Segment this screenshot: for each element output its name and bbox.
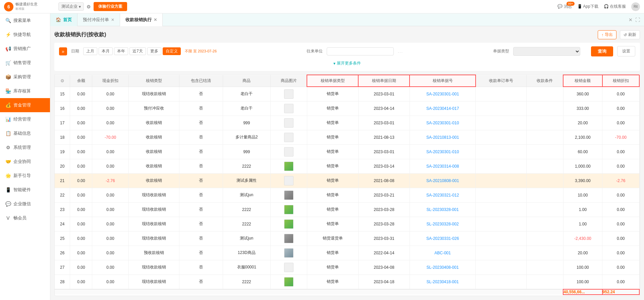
page-header: 收款核销执行(按收款) ↑ 导出 ↺ 刷新 — [54, 30, 640, 39]
app-label: App下载 — [583, 4, 598, 9]
notification-bell[interactable]: 💬 消息 99+ — [557, 4, 572, 9]
close-window-icon[interactable]: ✕ — [629, 17, 633, 23]
date-btn-custom[interactable]: 自定义 — [163, 47, 181, 55]
unit-input[interactable] — [327, 47, 394, 55]
row-bill-type: 销货单 — [307, 130, 358, 144]
row-bill-no[interactable]: SL-20230328-001 — [410, 202, 475, 217]
sidebar-item-marketing[interactable]: 📢 营销推广 — [0, 42, 50, 56]
sidebar-item-wechat[interactable]: 💬 企业微信 — [0, 197, 50, 211]
row-bill-no[interactable]: SA-20230331-026 — [410, 231, 475, 246]
row-bill-no[interactable]: SA-20230314-008 — [410, 159, 475, 173]
row-discount: 0.00 — [602, 231, 639, 246]
sidebar-item-finance[interactable]: 💰 资金管理 — [0, 98, 50, 112]
date-btn-this-year[interactable]: 本年 — [114, 47, 128, 55]
date-btn-7days[interactable]: 近7天 — [129, 47, 146, 55]
tab-collection[interactable]: 收款核销执行 ✕ — [120, 13, 163, 26]
row-included: 否 — [179, 274, 223, 289]
maximize-icon[interactable]: ⛶ — [635, 17, 640, 23]
table-row: 260.000.00预收款核销否123D商品销货单2022-04-14ABC-0… — [55, 246, 639, 260]
row-discount: 0.00 — [602, 260, 639, 274]
company-selector[interactable]: 测试企业 ▾ — [58, 2, 84, 11]
sidebar-item-vip[interactable]: V 畅会员 — [0, 211, 50, 225]
row-bill-no[interactable]: SA-20230301-001 — [410, 87, 475, 101]
refresh-label: 刷新 — [628, 32, 636, 38]
sidebar-item-quicknav[interactable]: ⚡ 快捷导航 — [0, 28, 50, 42]
tab-prepay-close[interactable]: ✕ — [111, 17, 114, 22]
row-bill-no[interactable]: SA-20230301-010 — [410, 116, 475, 130]
row-bill-no[interactable]: SA-20230301-010 — [410, 144, 475, 159]
user-avatar[interactable]: Rit — [631, 2, 640, 11]
top-bar-middle: 测试企业 ▾ ⚙ 体验行业方案 — [58, 2, 553, 11]
col-amount: 核销金额 — [563, 75, 602, 87]
sidebar-item-basic[interactable]: 📋 基础信息 — [0, 126, 50, 140]
row-cash-discount: 0.00 — [92, 217, 129, 231]
filter-toggle-button[interactable]: » — [59, 47, 67, 55]
row-bill-type: 销货单 — [307, 87, 358, 101]
tab-collection-label: 收款核销执行 — [125, 17, 152, 23]
tab-prepay[interactable]: 预付冲应付单 ✕ — [77, 13, 120, 26]
sidebar-item-smart[interactable]: 📱 智能硬件 — [0, 183, 50, 197]
row-bill-no[interactable]: SA-20230414-017 — [410, 101, 475, 116]
refresh-button[interactable]: ↺ 刷新 — [620, 30, 640, 39]
row-order-no — [476, 130, 527, 144]
sidebar-item-sales[interactable]: 🛒 销售管理 — [0, 56, 50, 70]
gear-icon[interactable]: ⚙ — [87, 4, 91, 9]
sidebar-item-collab[interactable]: 🤝 企业协同 — [0, 155, 50, 169]
row-bill-date: 2021-08-13 — [358, 130, 410, 144]
row-condition — [527, 202, 563, 217]
row-discount: 0.00 — [602, 188, 639, 202]
expand-more-btn[interactable]: ▾ 展开更多条件 — [59, 59, 635, 68]
query-button[interactable]: 查询 — [591, 46, 613, 56]
app-download-link[interactable]: 📱 App下载 — [577, 4, 598, 9]
row-product: 2222 — [223, 159, 270, 173]
row-condition — [527, 101, 563, 116]
col-discount: 核销折扣 — [602, 75, 639, 87]
row-balance: 0.00 — [70, 202, 92, 217]
date-btn-more[interactable]: 更多 — [147, 47, 161, 55]
tab-collection-close[interactable]: ✕ — [154, 17, 157, 22]
basic-icon: 📋 — [5, 131, 11, 136]
row-balance: 0.00 — [70, 144, 92, 159]
sidebar-item-inventory[interactable]: 🏪 库存核算 — [0, 84, 50, 98]
row-amount: 333.00 — [563, 101, 602, 116]
row-bill-no[interactable]: SL-20230408-001 — [410, 260, 475, 274]
settings-button[interactable]: 设置 — [617, 46, 635, 56]
sidebar-item-search[interactable]: 🔍 搜索菜单 — [0, 13, 50, 28]
row-discount: 0.00 — [602, 116, 639, 130]
row-balance: 0.00 — [70, 217, 92, 231]
export-button[interactable]: ↑ 导出 — [598, 30, 616, 39]
row-condition — [527, 116, 563, 130]
row-bill-no[interactable]: SL-20230418-001 — [410, 274, 475, 289]
service-link[interactable]: 🎧 在线客服 — [604, 4, 626, 9]
sidebar-item-guide[interactable]: 🌟 新手引导 — [0, 169, 50, 183]
row-included: 否 — [179, 87, 223, 101]
sidebar-item-purchase[interactable]: 📦 采购管理 — [0, 70, 50, 84]
table-header-row: ⚙ 余额 现金折扣 核销类型 包含已结清 商品 商品图片 核销单据类型 核销单据… — [55, 75, 639, 87]
tab-home[interactable]: 🏠 首页 — [50, 13, 77, 26]
row-condition — [527, 144, 563, 159]
row-balance: 0.00 — [70, 159, 92, 173]
voucher-type-select[interactable] — [513, 47, 580, 56]
row-balance: 0.00 — [70, 188, 92, 202]
headset-icon: 🎧 — [604, 4, 609, 9]
row-verify-type: 收款核销 — [128, 173, 179, 188]
app-icon: 📱 — [577, 4, 582, 9]
service-label: 在线客服 — [610, 4, 626, 9]
row-bill-no[interactable]: SL-20230328-002 — [410, 217, 475, 231]
table-row: 180.00-70.00收款核销否多计量商品2销货单2021-08-13SA-2… — [55, 130, 639, 144]
settings-col-icon[interactable]: ⚙ — [60, 78, 64, 83]
sidebar-item-system[interactable]: ⚙ 系统管理 — [0, 140, 50, 155]
col-settings[interactable]: ⚙ — [55, 75, 70, 87]
row-order-no — [476, 260, 527, 274]
unit-label: 往来单位 — [307, 48, 323, 54]
logo-area: 6 畅捷通好生意 标准版 — [4, 2, 54, 11]
row-bill-no[interactable]: SA-20230321-012 — [410, 188, 475, 202]
row-bill-no[interactable]: SA-20210808-001 — [410, 173, 475, 188]
system-icon: ⚙ — [5, 145, 11, 150]
row-bill-no[interactable]: SA-20210813-001 — [410, 130, 475, 144]
sidebar-item-operation[interactable]: 📊 经营管理 — [0, 112, 50, 126]
date-btn-this-month[interactable]: 本月 — [99, 47, 113, 55]
date-btn-last-month[interactable]: 上月 — [83, 47, 97, 55]
trial-button[interactable]: 体验行业方案 — [94, 2, 127, 11]
row-bill-no[interactable]: ABC-001 — [410, 246, 475, 260]
